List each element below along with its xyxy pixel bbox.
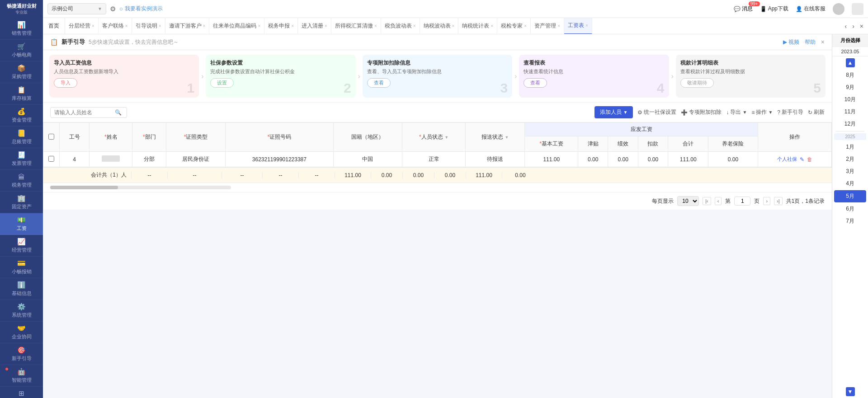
page-input[interactable] [734,197,750,206]
step-5-btn[interactable]: 敬请期待 [680,78,714,88]
per-page-select[interactable]: 10 20 50 [677,196,699,206]
tab-item-4[interactable]: 往来单位商品编码 × [209,18,264,34]
gear-icon[interactable]: ⚙ [110,5,116,13]
tab-close-11[interactable]: × [524,23,527,28]
month-12[interactable]: 12月 [832,118,868,130]
step-2-btn[interactable]: 设置 [210,78,234,88]
tab-item-11[interactable]: 税检专家 × [497,18,531,34]
next-page-btn[interactable]: › [763,197,770,205]
step-3-btn[interactable]: 查看 [367,78,391,88]
sidebar-item-inventory[interactable]: 📋 库存核算 [0,83,43,105]
app-download-btn[interactable]: 📱 App下载 [760,5,788,13]
demo-link[interactable]: ○ 我要看实例演示 [119,5,163,13]
sidebar-item-assets[interactable]: 🏢 固定资产 [0,192,43,213]
month-6[interactable]: 6月 [832,203,868,215]
sidebar-item-ecommerce[interactable]: 🛒 小畅电商 [0,40,43,61]
sidebar-item-purchase[interactable]: 📦 采购管理 [0,61,43,83]
row-checkbox[interactable] [48,156,54,162]
tab-item-6[interactable]: 进入清册 × [298,18,331,34]
tab-close-12[interactable]: × [557,23,560,28]
tab-close-13[interactable]: × [585,23,588,28]
sidebar-item-ledger[interactable]: 📒 总账管理 [0,126,43,148]
sidebar-item-app-center[interactable]: ⊞ 应用中心 [0,387,43,398]
tab-close-10[interactable]: × [491,23,493,28]
add-person-btn[interactable]: 添加人员 ▼ [594,106,633,118]
month-10[interactable]: 10月 [832,94,868,106]
tab-next-btn[interactable]: › [850,22,856,31]
export-btn[interactable]: ↓ 导出 ▼ [726,108,747,116]
tab-item-9[interactable]: 纳税波动表 × [420,18,459,34]
guide-video-btn[interactable]: ▶ 视频 [783,38,799,46]
operation-btn[interactable]: ≡ 操作 ▼ [751,108,773,116]
last-page-btn[interactable]: ›| [774,197,783,205]
sidebar-item-sales[interactable]: 📊 销售管理 [0,18,43,40]
tab-close-5[interactable]: × [291,23,294,28]
tab-item-3[interactable]: 邀请下游客户 × [165,18,210,34]
step-1-btn[interactable]: 导入 [54,78,77,88]
sidebar-item-ai[interactable]: 🤖 智能管理 [0,365,43,387]
tab-item-1[interactable]: 客户联络 × [99,18,132,34]
tab-close-7[interactable]: × [374,23,377,28]
tab-item-7[interactable]: 所得税汇算清缴 × [331,18,381,34]
sidebar-item-guide[interactable]: 🎯 新手引导 [0,343,43,365]
special-deduction-btn[interactable]: ➕ 专项附加扣除 [681,108,722,116]
sidebar-item-invoice[interactable]: 🧾 发票管理 [0,148,43,170]
month-2[interactable]: 2月 [832,153,868,165]
user-menu-btn[interactable] [852,3,863,15]
refresh-btn[interactable]: ↻ 刷新 [808,108,825,116]
delete-icon[interactable]: 🗑 [807,156,812,163]
tab-item-10[interactable]: 纳税统计表 × [458,18,497,34]
search-input[interactable] [54,109,113,116]
tab-close-all-btn[interactable]: × [858,22,865,31]
first-page-btn[interactable]: |‹ [703,197,711,205]
tab-home[interactable]: 首页 [43,18,65,34]
personal-insurance-btn[interactable]: 个人社保 [777,156,797,163]
tab-item-12[interactable]: 资产管理 × [531,18,564,34]
tab-item-0[interactable]: 分层经营 × [65,18,99,34]
tab-prev-btn[interactable]: ‹ [843,22,849,31]
tab-close-0[interactable]: × [92,23,94,28]
month-down-btn[interactable]: ▼ [846,387,855,396]
month-5[interactable]: 5月 [834,190,866,202]
prev-page-btn[interactable]: ‹ [715,197,722,205]
tab-close-2[interactable]: × [159,23,161,28]
tab-close-3[interactable]: × [203,23,206,28]
month-8[interactable]: 8月 [832,69,868,81]
tab-close-1[interactable]: × [125,23,128,28]
horizontal-scrollbar[interactable] [43,183,832,192]
social-security-btn[interactable]: ⚙ 统一社保设置 [637,108,676,116]
online-service-btn[interactable]: 👤 在线客服 [796,5,826,13]
sidebar-item-system[interactable]: ⚙️ 系统管理 [0,300,43,322]
guide-close-btn[interactable]: × [821,38,825,46]
sidebar-item-operations[interactable]: 📈 经营管理 [0,235,43,257]
newbie-guide-btn[interactable]: ? 新手引导 [777,108,803,116]
sidebar-item-finance[interactable]: 💰 资金管理 [0,105,43,126]
month-9[interactable]: 9月 [832,81,868,94]
month-up-btn[interactable]: ▲ [846,58,855,67]
sidebar-item-collab[interactable]: 🤝 企业协同 [0,322,43,343]
avatar[interactable] [833,3,844,15]
search-icon[interactable]: 🔍 [115,109,122,116]
search-box[interactable]: 🔍 [50,107,127,118]
step-4-btn[interactable]: 查看 [524,78,547,88]
month-11[interactable]: 11月 [832,106,868,118]
tab-close-9[interactable]: × [452,23,455,28]
month-3[interactable]: 3月 [832,165,868,178]
tab-close-6[interactable]: × [325,23,327,28]
tab-item-2[interactable]: 引导说明 × [132,18,165,34]
notification-btn[interactable]: 💬 消息 99+ [734,5,753,13]
company-selector[interactable]: 示例公司 ▼ [47,3,106,14]
month-7[interactable]: 7月 [832,215,868,227]
sidebar-item-basic-info[interactable]: ℹ️ 基础信息 [0,278,43,300]
sidebar-item-tax[interactable]: 🏛 税务管理 [0,170,43,192]
month-4[interactable]: 4月 [832,178,868,190]
tab-close-8[interactable]: × [413,23,416,28]
tab-item-5[interactable]: 税务申报 × [264,18,298,34]
edit-icon[interactable]: ✎ [800,156,804,163]
month-1[interactable]: 1月 [832,141,868,153]
sidebar-item-expense[interactable]: 💳 小畅报销 [0,257,43,278]
select-all-checkbox[interactable] [48,134,54,140]
sidebar-item-salary[interactable]: 💵 工资 [0,213,43,235]
tab-close-4[interactable]: × [258,23,260,28]
guide-help-btn[interactable]: 帮助 [805,38,816,46]
